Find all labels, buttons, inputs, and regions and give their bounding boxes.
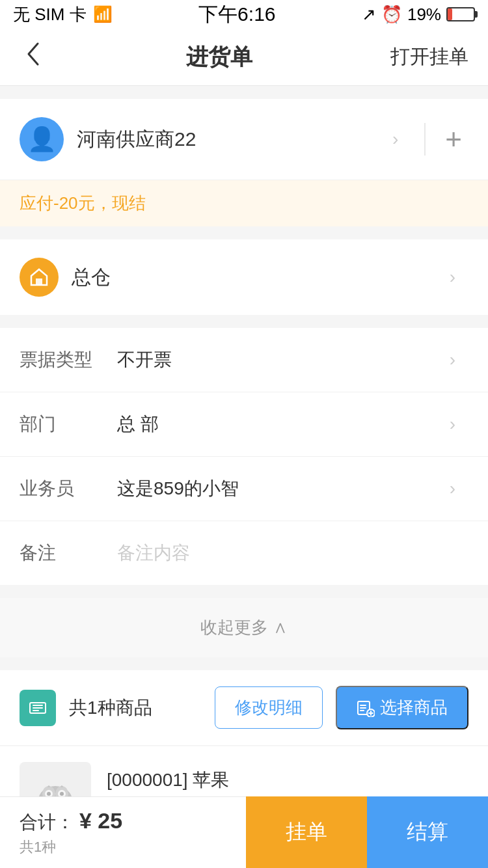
- status-time: 下午6:16: [198, 1, 275, 28]
- product-name: [0000001] 苹果: [107, 768, 425, 793]
- svg-rect-0: [36, 278, 42, 285]
- status-right: ↗ ⏰ 19%: [362, 5, 475, 25]
- open-hold-button[interactable]: 打开挂单: [390, 44, 468, 70]
- salesperson-chevron-icon: ›: [450, 478, 455, 499]
- supplier-section: 👤 河南供应商22 › + 应付-20元，现结: [0, 99, 488, 226]
- status-bar: 无 SIM 卡 📶 下午6:16 ↗ ⏰ 19%: [0, 0, 488, 29]
- add-button[interactable]: +: [439, 123, 468, 156]
- invoice-type-row[interactable]: 票据类型 不开票 ›: [0, 328, 488, 392]
- battery-icon: [446, 7, 475, 21]
- warning-text: 应付-20元，现结: [20, 193, 146, 213]
- supplier-avatar: 👤: [20, 117, 64, 161]
- department-label: 部门: [20, 412, 104, 437]
- select-product-label: 选择商品: [380, 696, 448, 719]
- battery-percent: 19%: [407, 5, 441, 25]
- product-count-text: 共1种商品: [69, 696, 202, 720]
- edit-detail-button[interactable]: 修改明细: [215, 686, 323, 729]
- carrier-label: 无 SIM 卡: [13, 3, 87, 26]
- divider: [424, 123, 426, 156]
- product-count-icon: [20, 690, 56, 726]
- collapse-toggle[interactable]: 收起更多 ∧: [0, 598, 488, 657]
- select-product-button[interactable]: 选择商品: [336, 686, 468, 729]
- total-amount: ¥ 25: [79, 808, 122, 834]
- salesperson-value: 这是859的小智: [104, 476, 450, 501]
- svg-point-10: [60, 792, 64, 796]
- department-value: 总 部: [104, 412, 450, 437]
- person-icon: 👤: [27, 126, 57, 153]
- total-area: 合计： ¥ 25 共1种: [0, 796, 246, 868]
- wifi-icon: 📶: [93, 5, 113, 23]
- location-icon: ↗: [362, 5, 376, 25]
- hold-button[interactable]: 挂单: [246, 796, 367, 868]
- department-row[interactable]: 部门 总 部 ›: [0, 392, 488, 457]
- notes-row[interactable]: 备注 备注内容: [0, 521, 488, 585]
- notes-placeholder: 备注内容: [104, 541, 468, 565]
- status-left: 无 SIM 卡 📶: [13, 3, 113, 26]
- warehouse-row[interactable]: 总仓 ›: [0, 239, 488, 315]
- notes-label: 备注: [20, 541, 104, 565]
- page-title: 进货单: [186, 42, 252, 72]
- supplier-chevron-icon[interactable]: ›: [392, 129, 398, 150]
- product-id: [0000001]: [107, 770, 193, 790]
- hold-label: 挂单: [286, 818, 327, 847]
- settle-label: 结算: [407, 818, 448, 847]
- invoice-type-label: 票据类型: [20, 347, 104, 372]
- svg-point-9: [47, 792, 51, 796]
- salesperson-row[interactable]: 业务员 这是859的小智 ›: [0, 457, 488, 521]
- supplier-row: 👤 河南供应商22 › +: [0, 99, 488, 180]
- warning-banner: 应付-20元，现结: [0, 180, 488, 226]
- invoice-chevron-icon: ›: [450, 349, 455, 370]
- back-button[interactable]: [20, 34, 48, 79]
- collapse-label: 收起更多 ∧: [200, 617, 287, 637]
- warehouse-name: 总仓: [72, 264, 450, 291]
- salesperson-label: 业务员: [20, 476, 104, 501]
- total-label: 合计：: [20, 810, 74, 835]
- nav-bar: 进货单 打开挂单: [0, 29, 488, 86]
- total-count: 共1种: [20, 837, 226, 857]
- alarm-icon: ⏰: [381, 5, 402, 25]
- settle-button[interactable]: 结算: [367, 796, 488, 868]
- invoice-type-value: 不开票: [104, 347, 450, 372]
- form-section: 票据类型 不开票 › 部门 总 部 › 业务员 这是859的小智 › 备注 备注…: [0, 328, 488, 585]
- warehouse-icon: [20, 258, 59, 297]
- product-title: 苹果: [193, 770, 229, 790]
- supplier-name: 河南供应商22: [77, 126, 392, 153]
- bottom-bar: 合计： ¥ 25 共1种 挂单 结算: [0, 796, 488, 868]
- warehouse-chevron-icon: ›: [450, 267, 455, 288]
- product-header: 共1种商品 修改明细 选择商品: [0, 670, 488, 745]
- department-chevron-icon: ›: [450, 414, 455, 435]
